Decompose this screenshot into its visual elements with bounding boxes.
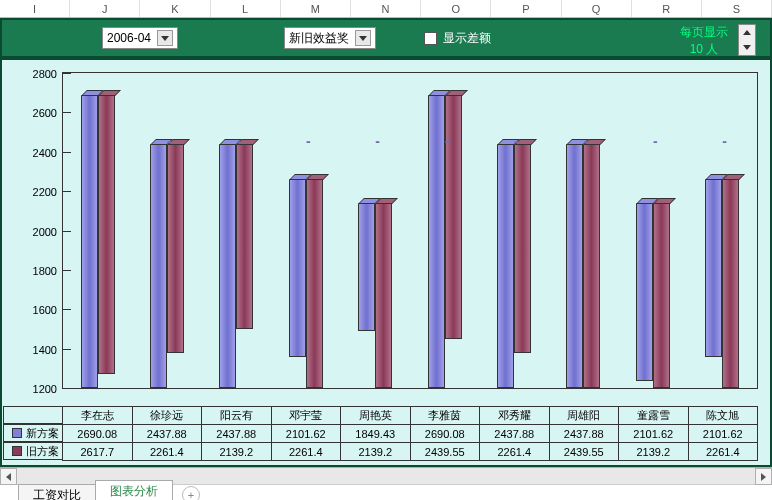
dropdown-arrow-icon (157, 30, 173, 46)
period-value: 2006-04 (107, 31, 151, 45)
bar-old (167, 144, 184, 353)
scroll-right-icon[interactable] (755, 468, 772, 485)
scroll-left-icon[interactable] (0, 468, 17, 485)
value-cell: 2261.4 (133, 443, 203, 460)
bar-new (150, 144, 167, 388)
value-cell: 2690.08 (63, 425, 133, 442)
bar-new (81, 95, 98, 388)
category-cell: 徐珍远 (133, 407, 203, 424)
y-tick-label: 2600 (33, 107, 63, 119)
legend-swatch-icon (12, 446, 22, 456)
chart-container: 120014001600180020002200240026002800----… (0, 58, 772, 467)
value-cell: 2617.7 (63, 443, 133, 460)
checkbox-label: 显示差额 (443, 30, 491, 47)
diff-marker: - (375, 133, 380, 149)
filter-toolbar: 2006-04 新旧效益奖 显示差额 每页显示 10 人 (0, 18, 772, 58)
value-cell: 2101.62 (689, 425, 758, 442)
bar-new (566, 144, 583, 388)
col-I: I (0, 0, 70, 17)
table-header-blank (3, 406, 63, 424)
y-tick-label: 2200 (33, 186, 63, 198)
y-tick-label: 2400 (33, 147, 63, 159)
bar-group (549, 144, 618, 388)
bar-old (583, 144, 600, 388)
value-cell: 2261.4 (480, 443, 550, 460)
value-cell: 2439.55 (550, 443, 620, 460)
category-cell: 童露雪 (619, 407, 689, 424)
bar-new (428, 95, 445, 388)
tab-salary-compare[interactable]: 工资对比 (18, 484, 96, 500)
bar-old (375, 203, 392, 388)
category-cell: 邓宇莹 (272, 407, 342, 424)
bar-group (618, 203, 687, 388)
col-P: P (491, 0, 561, 17)
page-size-label: 每页显示 10 人 (680, 24, 728, 58)
value-cell: 2439.55 (411, 443, 481, 460)
value-cell: 2437.88 (550, 425, 620, 442)
diff-marker: - (653, 133, 658, 149)
chart-plot-area: 120014001600180020002200240026002800----… (62, 72, 758, 389)
col-L: L (211, 0, 281, 17)
diff-marker: - (514, 133, 519, 149)
value-cell: 2261.4 (689, 443, 758, 460)
bar-new (358, 203, 375, 331)
bar-new (497, 144, 514, 388)
bar-group (271, 179, 340, 388)
category-cell: 阳云有 (202, 407, 272, 424)
show-diff-checkbox[interactable]: 显示差额 (424, 30, 491, 47)
col-K: K (140, 0, 210, 17)
category-cell: 周雄阳 (550, 407, 620, 424)
value-cell: 2101.62 (619, 425, 689, 442)
bar-new (289, 179, 306, 357)
bar-old (722, 179, 739, 388)
diff-marker: - (237, 133, 242, 149)
bar-new (219, 144, 236, 388)
spinner-down-icon[interactable] (739, 40, 755, 55)
col-S: S (702, 0, 772, 17)
y-tick-label: 1400 (33, 344, 63, 356)
value-cell: 2437.88 (480, 425, 550, 442)
bar-old (514, 144, 531, 353)
page-size-spinner[interactable] (738, 24, 756, 56)
legend-old: 旧方案 (3, 442, 63, 460)
bar-group (688, 179, 757, 388)
diff-marker: - (306, 133, 311, 149)
diff-marker: - (584, 133, 589, 149)
col-N: N (351, 0, 421, 17)
category-cell: 李雅茵 (411, 407, 481, 424)
metric-value: 新旧效益奖 (289, 30, 349, 47)
metric-select[interactable]: 新旧效益奖 (284, 27, 376, 49)
bar-old (445, 95, 462, 339)
category-cell: 陈文旭 (689, 407, 758, 424)
bar-group (202, 144, 271, 388)
col-R: R (632, 0, 702, 17)
y-tick-label: 2800 (33, 68, 63, 80)
checkbox-icon (424, 32, 437, 45)
value-cell: 2690.08 (411, 425, 481, 442)
spinner-up-icon[interactable] (739, 25, 755, 40)
tab-chart-analysis[interactable]: 图表分析 (95, 480, 173, 500)
legend-new: 新方案 (3, 424, 63, 442)
period-select[interactable]: 2006-04 (102, 27, 178, 49)
diff-marker: - (167, 133, 172, 149)
legend-label: 旧方案 (26, 444, 59, 459)
value-cell: 2139.2 (202, 443, 272, 460)
bar-old (653, 203, 670, 388)
bar-new (705, 179, 722, 357)
category-cell: 周艳英 (341, 407, 411, 424)
bar-new (636, 203, 653, 381)
col-M: M (281, 0, 351, 17)
value-cell: 2139.2 (619, 443, 689, 460)
category-cell: 邓秀耀 (480, 407, 550, 424)
bar-group (63, 95, 132, 388)
sheet-tab-bar: 工资对比 图表分析 + (0, 484, 772, 500)
col-J: J (70, 0, 140, 17)
bar-old (98, 95, 115, 374)
col-O: O (421, 0, 491, 17)
value-cell: 2437.88 (202, 425, 272, 442)
add-sheet-button[interactable]: + (182, 486, 200, 500)
bar-group (341, 203, 410, 388)
y-tick-label: 1200 (33, 383, 63, 395)
diff-marker: - (445, 133, 450, 149)
col-Q: Q (562, 0, 632, 17)
